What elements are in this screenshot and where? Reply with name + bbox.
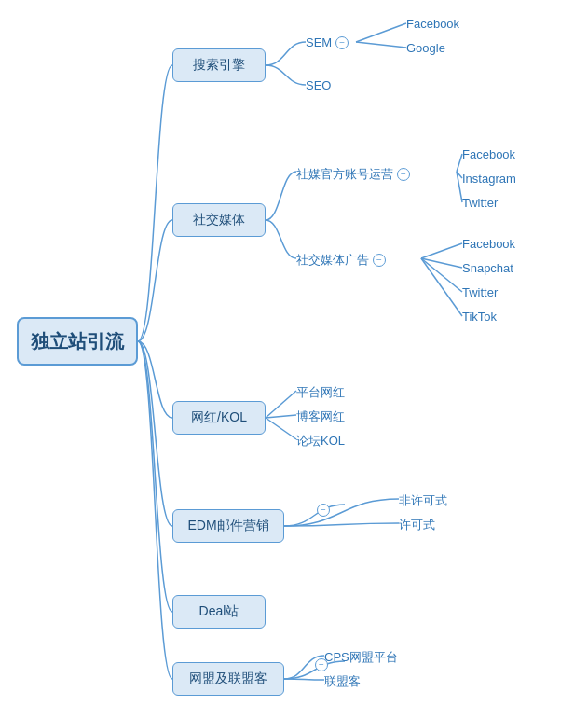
l1-edm: EDM邮件营销 (172, 509, 284, 543)
l3-twitter-official: Twitter (462, 196, 498, 210)
l2-sem: SEM − (306, 35, 349, 49)
l1-social: 社交媒体 (172, 203, 266, 237)
l2-non-permit: 非许可式 (399, 492, 447, 509)
l3-instagram: Instagram (462, 172, 516, 186)
l2-ads: 社交媒体广告 − (296, 252, 386, 269)
l3-google: Google (406, 41, 445, 55)
l2-seo: SEO (306, 78, 331, 92)
l2-cps: CPS网盟平台 (324, 649, 398, 666)
l2-edm-group: − (317, 504, 334, 517)
l2-affiliate: 联盟客 (324, 673, 361, 690)
l2-permit: 许可式 (399, 517, 435, 533)
l3-tiktok: TikTok (462, 310, 497, 324)
l2-official: 社媒官方账号运营 − (296, 166, 410, 183)
l2-forum-kol: 论坛KOL (296, 433, 345, 449)
l3-facebook-sem: Facebook (406, 17, 459, 31)
collapse-sem[interactable]: − (335, 36, 349, 49)
l1-search: 搜索引擎 (172, 48, 266, 82)
l2-platform-kol: 平台网红 (296, 384, 345, 401)
l3-twitter-ads: Twitter (462, 285, 498, 299)
l3-snapchat: Snapchat (462, 261, 513, 275)
l1-deal: Deal站 (172, 595, 266, 629)
collapse-ads[interactable]: − (373, 254, 386, 267)
collapse-edm[interactable]: − (317, 504, 330, 517)
l3-facebook-official: Facebook (462, 147, 515, 161)
l2-blog-kol: 博客网红 (296, 408, 345, 425)
l3-facebook-ads: Facebook (462, 237, 515, 251)
root-label: 独立站引流 (31, 329, 124, 354)
root-node: 独立站引流 (17, 317, 138, 366)
collapse-official[interactable]: − (397, 168, 410, 181)
l1-kol: 网红/KOL (172, 401, 266, 435)
l1-network: 网盟及联盟客 (172, 662, 284, 696)
